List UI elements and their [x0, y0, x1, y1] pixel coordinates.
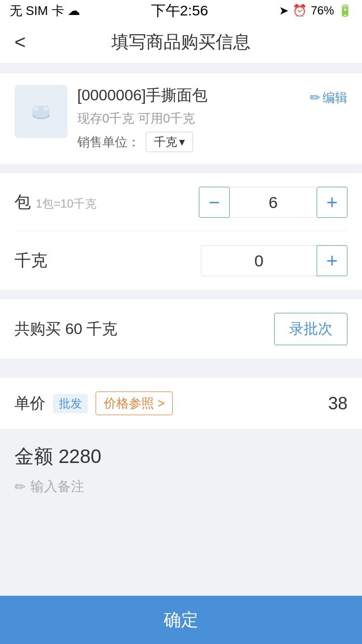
kg-stepper: + [201, 245, 348, 276]
alarm-icon: ⏰ [292, 4, 307, 17]
product-info: [0000006]手撕面包 ✏ 编辑 现存0千克 可用0千克 销售单位： 千克 … [77, 85, 348, 152]
pack-hint: 1包=10千克 [36, 196, 97, 211]
edit-button[interactable]: ✏ 编辑 [310, 89, 348, 106]
status-right: ➤ ⏰ 76% 🔋 [279, 4, 352, 17]
edit-label: 编辑 [322, 89, 348, 106]
batch-button[interactable]: 录批次 [274, 313, 348, 345]
page-title: 填写商品购买信息 [111, 30, 251, 54]
pack-label: 包 [14, 191, 31, 213]
product-unit-row: 销售单位： 千克 ▾ [77, 132, 348, 152]
amount-section: 金额 2280 ✏ 输入备注 [0, 429, 362, 505]
status-bar: 无 SIM 卡 ☁ 下午2:56 ➤ ⏰ 76% 🔋 [0, 0, 362, 21]
kg-input[interactable] [201, 245, 317, 276]
battery-icon: 🔋 [338, 4, 352, 17]
section-divider-1 [0, 164, 362, 173]
dropdown-icon: ▾ [179, 135, 185, 149]
note-placeholder: 输入备注 [30, 477, 84, 496]
location-icon: ➤ [279, 4, 289, 17]
price-section: 单价 批发 价格参照 > 38 [0, 378, 362, 429]
edit-icon: ✏ [310, 90, 320, 105]
pack-row: 包 1包=10千克 − + [14, 173, 348, 232]
price-value: 38 [328, 393, 348, 414]
back-button[interactable]: < [14, 31, 26, 53]
status-carrier: 无 SIM 卡 ☁ [10, 2, 80, 19]
confirm-button[interactable]: 确定 [0, 596, 362, 644]
battery-level: 76% [311, 4, 334, 17]
pack-input[interactable] [230, 187, 317, 218]
note-row[interactable]: ✏ 输入备注 [14, 477, 348, 496]
pack-stepper: − + [199, 187, 348, 218]
price-tag: 批发 [53, 394, 88, 413]
section-divider-2 [0, 359, 362, 368]
svg-point-5 [43, 106, 48, 111]
pack-decrease-button[interactable]: − [199, 187, 230, 218]
amount-row: 金额 2280 [14, 443, 348, 470]
summary-text: 共购买 60 千克 [14, 319, 117, 340]
kg-increase-button[interactable]: + [317, 245, 348, 276]
product-image [14, 85, 68, 138]
input-section: 包 1包=10千克 − + 千克 + [0, 173, 362, 290]
note-icon: ✏ [14, 479, 26, 495]
price-label: 单价 [14, 393, 45, 414]
unit-value: 千克 [154, 134, 177, 150]
amount-value: 2280 [58, 446, 101, 467]
unit-select[interactable]: 千克 ▾ [146, 132, 193, 152]
pack-label-group: 包 1包=10千克 [14, 191, 97, 213]
nav-bar: < 填写商品购买信息 [0, 21, 362, 64]
kg-label: 千克 [14, 250, 47, 272]
product-card: [0000006]手撕面包 ✏ 编辑 现存0千克 可用0千克 销售单位： 千克 … [0, 73, 362, 164]
price-ref-button[interactable]: 价格参照 > [96, 392, 173, 415]
status-time: 下午2:56 [151, 1, 208, 21]
product-name: [0000006]手撕面包 [77, 85, 208, 106]
product-stock: 现存0千克 可用0千克 [77, 110, 348, 127]
price-row: 单价 批发 价格参照 > 38 [14, 392, 348, 415]
summary-section: 共购买 60 千克 录批次 [0, 299, 362, 359]
pack-increase-button[interactable]: + [317, 187, 348, 218]
amount-label: 金额 [14, 446, 58, 467]
svg-point-4 [34, 106, 39, 111]
unit-label: 销售单位： [77, 134, 140, 151]
kg-row: 千克 + [14, 232, 348, 290]
